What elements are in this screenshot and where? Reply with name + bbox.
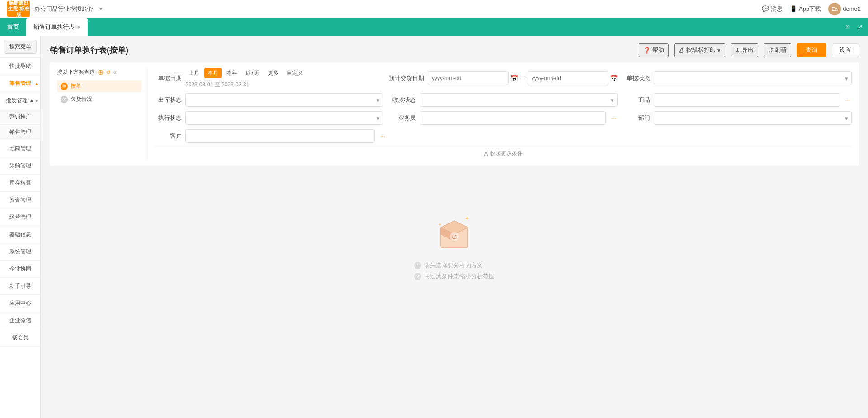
app-download-button[interactable]: 📱 App下载 <box>790 5 821 13</box>
filter-field-doc-status: 单据状态 ▾ <box>623 71 852 85</box>
app-download-icon: 📱 <box>790 5 797 12</box>
refresh-icon: ↺ <box>768 47 773 54</box>
window-expand-button[interactable]: ⤢ <box>855 23 864 32</box>
add-scheme-icon[interactable]: ⊕ <box>98 68 104 76</box>
settings-button[interactable]: 设置 <box>832 43 859 57</box>
filter-field-customer: 客户 ··· <box>155 129 387 143</box>
expected-date-label: 预计交货日期 <box>389 74 424 82</box>
salesperson-more-icon[interactable]: ··· <box>609 115 618 121</box>
goods-input[interactable] <box>654 93 840 107</box>
sidebar-item-inventory[interactable]: 库存核算 <box>0 175 40 192</box>
collapse-label: 收起更多条件 <box>490 150 523 157</box>
svg-point-3 <box>450 232 459 241</box>
scheme-panel-title: 按以下方案查询 ⊕ ↺ « <box>57 68 142 76</box>
cur-month-button[interactable]: 本月 <box>204 68 222 78</box>
scheme-label-by-order: 按单 <box>71 82 81 90</box>
print-label: 按模板打印 <box>686 46 716 54</box>
custom-date-button[interactable]: 自定义 <box>283 68 306 78</box>
sidebar-sub-wholesale: 营销推广 销售管理 <box>0 109 40 140</box>
scheme-item-shortage[interactable]: 欠 欠货情况 <box>57 93 142 105</box>
export-button[interactable]: ⬇ 导出 <box>731 43 758 57</box>
ship-status-select-wrap: ▾ <box>185 93 383 107</box>
sidebar-item-enterprise-collab[interactable]: 企业协同 <box>0 261 40 278</box>
top-bar-left: 畅捷通好生意 标准版 办公用品行业模拟账套 ▾ <box>7 1 103 17</box>
window-close-button[interactable]: × <box>844 23 851 31</box>
sidebar-item-retail[interactable]: 零售管理 <box>0 75 40 92</box>
expected-date-end-calendar-icon[interactable]: 📅 <box>610 75 618 82</box>
tab-close-button[interactable]: × <box>77 24 80 30</box>
app-title-dropdown-icon[interactable]: ▾ <box>99 5 103 12</box>
scheme-icon-shortage: 欠 <box>61 96 68 103</box>
collapse-scheme-icon[interactable]: « <box>113 69 117 76</box>
page-content: 销售订单执行表(按单) ❓ 帮助 🖨 按模板打印 ▾ ⬇ 导出 <box>41 36 868 324</box>
filter-row-2: 出库状态 ▾ 收款状态 <box>155 93 852 107</box>
query-button[interactable]: 查询 <box>797 43 826 57</box>
salesperson-input[interactable] <box>420 111 606 125</box>
sidebar-item-system[interactable]: 系统管理 <box>0 243 40 261</box>
expected-date-start-calendar-icon[interactable]: 📅 <box>510 75 518 82</box>
search-menu-button[interactable]: 搜索菜单 <box>4 40 37 54</box>
avatar: Ea <box>828 3 841 15</box>
collapse-icon: ⋀ <box>484 150 488 157</box>
dept-label: 部门 <box>623 114 650 122</box>
top-bar-right: 💬 消息 📱 App下载 Ea demo2 <box>762 3 861 15</box>
help-label: 帮助 <box>652 46 664 54</box>
recent7-button[interactable]: 近7天 <box>242 68 263 78</box>
filter-section: 按以下方案查询 ⊕ ↺ « 单 按单 欠 欠货 <box>57 68 852 160</box>
exec-status-label: 执行状态 <box>155 114 182 122</box>
page-actions: ❓ 帮助 🖨 按模板打印 ▾ ⬇ 导出 ↺ 刷新 <box>639 43 859 57</box>
sidebar-item-enterprise-wechat[interactable]: 企业微信 <box>0 312 40 329</box>
goods-more-icon[interactable]: ··· <box>844 97 852 103</box>
exec-status-select[interactable] <box>185 111 383 125</box>
sidebar-item-operation[interactable]: 经营管理 <box>0 209 40 226</box>
receive-status-select-wrap: ▾ <box>420 93 618 107</box>
svg-point-4 <box>453 235 454 237</box>
sidebar-item-app-center[interactable]: 应用中心 <box>0 295 40 312</box>
sidebar-item-wholesale[interactable]: 批发管理 ▲ <box>0 92 40 109</box>
message-button[interactable]: 💬 消息 <box>762 5 783 13</box>
goods-label: 商品 <box>623 96 650 104</box>
sidebar-item-marketing[interactable]: 营销推广 <box>0 109 40 125</box>
sidebar-item-sales-mgmt[interactable]: 销售管理 <box>0 125 40 140</box>
doc-status-select[interactable] <box>654 71 852 85</box>
customer-input[interactable] <box>185 129 375 143</box>
customer-label: 客户 <box>155 132 182 140</box>
filter-row-3: 执行状态 ▾ 业务员 <box>155 111 852 125</box>
receive-status-select[interactable] <box>420 93 618 107</box>
refresh-scheme-icon[interactable]: ↺ <box>106 69 111 76</box>
dept-select[interactable] <box>654 111 852 125</box>
date-range-text: 2023-03-01 至 2023-03-31 <box>185 81 249 89</box>
app-download-label: App下载 <box>799 5 821 13</box>
user-name: demo2 <box>843 5 861 12</box>
tab-home-label: 首页 <box>7 23 19 31</box>
top-bar: 畅捷通好生意 标准版 办公用品行业模拟账套 ▾ 💬 消息 📱 App下载 Ea … <box>0 0 868 18</box>
tab-sales-order-exec-label: 销售订单执行表 <box>33 23 75 31</box>
expected-date-start-input[interactable] <box>428 71 509 85</box>
tab-home[interactable]: 首页 <box>0 18 26 36</box>
sidebar-item-quick-nav[interactable]: 快捷导航 <box>0 58 40 75</box>
customer-more-icon[interactable]: ··· <box>378 133 387 139</box>
expected-date-end-input[interactable] <box>528 71 609 85</box>
sidebar-item-ecommerce[interactable]: 电商管理 <box>0 140 40 157</box>
more-date-button[interactable]: 更多 <box>264 68 282 78</box>
sidebar-item-new-guide[interactable]: 新手引导 <box>0 278 40 295</box>
sidebar-item-member[interactable]: 畅会员 <box>0 329 40 347</box>
sidebar-item-finance[interactable]: 资金管理 <box>0 192 40 209</box>
ship-status-select[interactable] <box>185 93 383 107</box>
empty-tips: 1 请先选择要分析的方案 2 用过滤条件来缩小分析范围 <box>414 261 495 280</box>
sidebar-item-basic-info[interactable]: 基础信息 <box>0 226 40 243</box>
collapse-more-button[interactable]: ⋀ 收起更多条件 <box>155 147 852 160</box>
user-profile[interactable]: Ea demo2 <box>828 3 861 15</box>
filter-row-1: 单据日期 上月 本月 本年 近7天 更多 自定义 <box>155 68 852 89</box>
sidebar-item-purchase[interactable]: 采购管理 <box>0 157 40 175</box>
doc-status-select-wrap: ▾ <box>654 71 852 85</box>
salesperson-label: 业务员 <box>389 114 416 122</box>
tip-2-number: 2 <box>414 273 421 280</box>
scheme-item-by-order[interactable]: 单 按单 <box>57 80 142 92</box>
refresh-button[interactable]: ↺ 刷新 <box>764 43 791 57</box>
prev-month-button[interactable]: 上月 <box>185 68 203 78</box>
help-button[interactable]: ❓ 帮助 <box>639 43 669 57</box>
cur-year-button[interactable]: 本年 <box>223 68 241 78</box>
print-button[interactable]: 🖨 按模板打印 ▾ <box>674 43 725 57</box>
tab-sales-order-exec[interactable]: 销售订单执行表 × <box>26 18 88 36</box>
